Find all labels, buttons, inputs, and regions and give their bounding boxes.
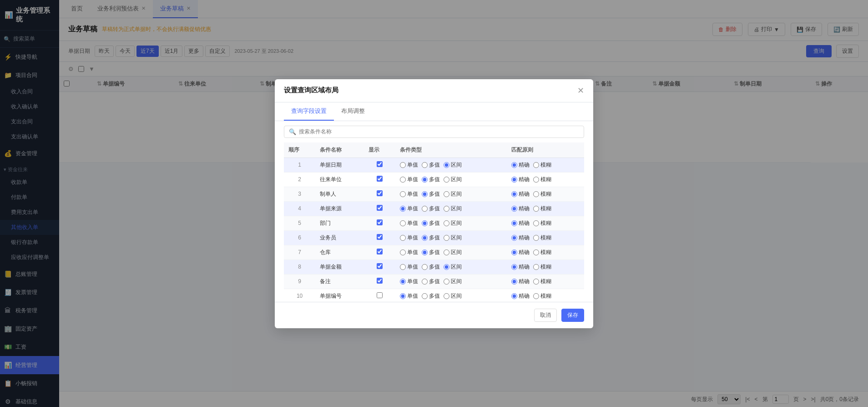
match-radio-input[interactable] bbox=[511, 220, 517, 226]
match-radio-精确[interactable]: 精确 bbox=[511, 219, 530, 227]
row-show[interactable] bbox=[364, 187, 395, 201]
type-radio-input[interactable] bbox=[400, 162, 406, 168]
type-radio-单值[interactable]: 单值 bbox=[400, 278, 418, 285]
type-radio-input[interactable] bbox=[422, 206, 428, 212]
type-radio-单值[interactable]: 单值 bbox=[400, 263, 418, 271]
match-radio-精确[interactable]: 精确 bbox=[511, 161, 530, 169]
type-radio-input[interactable] bbox=[422, 235, 428, 241]
show-checkbox[interactable] bbox=[377, 161, 383, 167]
type-radio-input[interactable] bbox=[400, 206, 406, 212]
type-radio-input[interactable] bbox=[400, 220, 406, 226]
modal-close-button[interactable]: ✕ bbox=[577, 86, 584, 96]
show-checkbox[interactable] bbox=[377, 219, 383, 225]
row-show[interactable] bbox=[364, 274, 395, 289]
type-radio-input[interactable] bbox=[400, 249, 406, 255]
modal-search-input[interactable] bbox=[299, 128, 390, 135]
match-radio-input[interactable] bbox=[511, 279, 517, 285]
type-radio-input[interactable] bbox=[422, 264, 428, 270]
match-radio-input[interactable] bbox=[511, 162, 517, 168]
type-radio-多值[interactable]: 多值 bbox=[422, 219, 440, 227]
match-radio-input[interactable] bbox=[533, 264, 539, 270]
type-radio-区间[interactable]: 区间 bbox=[444, 263, 462, 271]
row-show[interactable] bbox=[364, 158, 395, 172]
type-radio-input[interactable] bbox=[400, 279, 406, 285]
type-radio-input[interactable] bbox=[400, 177, 406, 183]
match-radio-input[interactable] bbox=[511, 293, 517, 299]
row-show[interactable] bbox=[364, 172, 395, 187]
match-radio-模糊[interactable]: 模糊 bbox=[533, 219, 551, 227]
match-radio-input[interactable] bbox=[533, 177, 539, 183]
match-radio-input[interactable] bbox=[533, 220, 539, 226]
show-checkbox[interactable] bbox=[377, 249, 383, 254]
type-radio-区间[interactable]: 区间 bbox=[444, 176, 462, 183]
type-radio-区间[interactable]: 区间 bbox=[444, 219, 462, 227]
modal-save-button[interactable]: 保存 bbox=[561, 309, 584, 322]
match-radio-input[interactable] bbox=[511, 264, 517, 270]
match-radio-模糊[interactable]: 模糊 bbox=[533, 190, 551, 198]
match-radio-精确[interactable]: 精确 bbox=[511, 190, 530, 198]
match-radio-input[interactable] bbox=[511, 235, 517, 241]
show-checkbox[interactable] bbox=[377, 176, 383, 182]
modal-tab-query-fields[interactable]: 查询字段设置 bbox=[284, 102, 334, 121]
row-show[interactable] bbox=[364, 259, 395, 274]
show-checkbox[interactable] bbox=[377, 278, 383, 284]
match-radio-input[interactable] bbox=[511, 206, 517, 212]
row-show[interactable] bbox=[364, 230, 395, 245]
type-radio-input[interactable] bbox=[444, 162, 449, 168]
show-checkbox[interactable] bbox=[377, 205, 383, 211]
match-radio-input[interactable] bbox=[533, 279, 539, 285]
match-radio-模糊[interactable]: 模糊 bbox=[533, 278, 551, 285]
type-radio-单值[interactable]: 单值 bbox=[400, 176, 418, 183]
type-radio-input[interactable] bbox=[444, 293, 449, 299]
type-radio-区间[interactable]: 区间 bbox=[444, 234, 462, 242]
type-radio-单值[interactable]: 单值 bbox=[400, 190, 418, 198]
show-checkbox[interactable] bbox=[377, 234, 383, 240]
type-radio-多值[interactable]: 多值 bbox=[422, 278, 440, 285]
type-radio-区间[interactable]: 区间 bbox=[444, 249, 462, 256]
type-radio-单值[interactable]: 单值 bbox=[400, 219, 418, 227]
row-show[interactable] bbox=[364, 216, 395, 230]
show-checkbox[interactable] bbox=[377, 190, 383, 196]
type-radio-input[interactable] bbox=[444, 264, 449, 270]
type-radio-区间[interactable]: 区间 bbox=[444, 190, 462, 198]
type-radio-多值[interactable]: 多值 bbox=[422, 249, 440, 256]
type-radio-多值[interactable]: 多值 bbox=[422, 205, 440, 213]
type-radio-单值[interactable]: 单值 bbox=[400, 234, 418, 242]
type-radio-input[interactable] bbox=[400, 191, 406, 197]
type-radio-区间[interactable]: 区间 bbox=[444, 278, 462, 285]
match-radio-精确[interactable]: 精确 bbox=[511, 263, 530, 271]
type-radio-input[interactable] bbox=[444, 279, 449, 285]
type-radio-单值[interactable]: 单值 bbox=[400, 205, 418, 213]
type-radio-input[interactable] bbox=[444, 191, 449, 197]
type-radio-input[interactable] bbox=[400, 293, 406, 299]
type-radio-多值[interactable]: 多值 bbox=[422, 161, 440, 169]
type-radio-单值[interactable]: 单值 bbox=[400, 292, 418, 300]
match-radio-模糊[interactable]: 模糊 bbox=[533, 205, 551, 213]
match-radio-模糊[interactable]: 模糊 bbox=[533, 176, 551, 183]
type-radio-多值[interactable]: 多值 bbox=[422, 176, 440, 183]
type-radio-多值[interactable]: 多值 bbox=[422, 263, 440, 271]
row-show[interactable] bbox=[364, 245, 395, 259]
match-radio-input[interactable] bbox=[533, 191, 539, 197]
type-radio-多值[interactable]: 多值 bbox=[422, 292, 440, 300]
type-radio-单值[interactable]: 单值 bbox=[400, 249, 418, 256]
type-radio-input[interactable] bbox=[422, 293, 428, 299]
match-radio-精确[interactable]: 精确 bbox=[511, 278, 530, 285]
type-radio-input[interactable] bbox=[444, 206, 449, 212]
show-checkbox[interactable] bbox=[377, 292, 383, 298]
match-radio-input[interactable] bbox=[511, 191, 517, 197]
modal-cancel-button[interactable]: 取消 bbox=[534, 309, 557, 322]
type-radio-单值[interactable]: 单值 bbox=[400, 161, 418, 169]
row-show[interactable] bbox=[364, 201, 395, 216]
row-show[interactable] bbox=[364, 289, 395, 302]
match-radio-input[interactable] bbox=[533, 162, 539, 168]
type-radio-区间[interactable]: 区间 bbox=[444, 292, 462, 300]
match-radio-精确[interactable]: 精确 bbox=[511, 205, 530, 213]
type-radio-多值[interactable]: 多值 bbox=[422, 190, 440, 198]
match-radio-input[interactable] bbox=[511, 177, 517, 183]
type-radio-区间[interactable]: 区间 bbox=[444, 161, 462, 169]
match-radio-模糊[interactable]: 模糊 bbox=[533, 263, 551, 271]
type-radio-input[interactable] bbox=[422, 249, 428, 255]
modal-tab-layout-adjust[interactable]: 布局调整 bbox=[334, 102, 372, 121]
type-radio-区间[interactable]: 区间 bbox=[444, 205, 462, 213]
